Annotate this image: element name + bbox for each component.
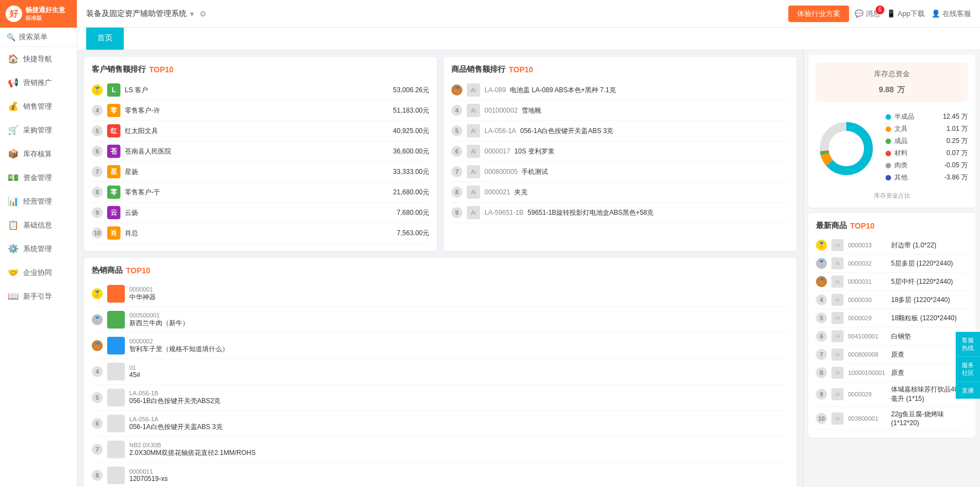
- rank-number: 8: [92, 187, 103, 198]
- product-image: Ai: [467, 83, 480, 97]
- float-btn-community[interactable]: 服务 社区: [956, 357, 980, 382]
- rankings-section: 客户销售额排行 TOP10 🥇 L LS 客户 53,006.26元 4 零: [84, 57, 797, 251]
- dropdown-icon[interactable]: ▾: [190, 9, 194, 18]
- product-image: Ai: [831, 312, 844, 324]
- list-item: 7 星 星扬 33,333.00元: [92, 162, 429, 182]
- sidebar-logo: 好 畅捷通好生意 标准版: [0, 0, 77, 28]
- customer-rank-list: 🥇 L LS 客户 53,006.26元 4 零 零售客户-许 51,183.0…: [92, 80, 429, 244]
- rank-number: 9: [92, 207, 103, 218]
- sidebar-item-operations[interactable]: 📊 经营管理: [0, 189, 77, 213]
- rank-number: 7: [816, 349, 827, 360]
- product-sales-title: 商品销售额排行 TOP10: [451, 65, 789, 75]
- message-action[interactable]: 💬 消息 6: [855, 9, 880, 19]
- list-item: 🥈 Ai 0000032 5层多层 (1220*2440): [816, 255, 968, 273]
- sidebar-item-finance[interactable]: 💵 资金管理: [0, 166, 77, 189]
- sidebar-item-guide[interactable]: 📖 新手引导: [0, 284, 77, 308]
- rank-number: 🥈: [816, 258, 827, 269]
- inventory-total: 库存总资金 9.88 万: [816, 62, 968, 102]
- product-image: Ai: [831, 239, 844, 251]
- hot-products-card: 热销商品 TOP10 🥇 0000001 中华神器 🥈: [84, 258, 797, 487]
- list-item: 8 0000011 12070519-xs: [92, 463, 789, 487]
- list-item: 🥉 Ai LA-089 电池盖 LA-089 ABS本色+黑种 7.1克: [451, 80, 789, 100]
- app-download-action[interactable]: 📱 App下载: [887, 9, 925, 19]
- product-image: Ai: [467, 206, 480, 219]
- rank-number: 8: [92, 470, 103, 481]
- settings-icon[interactable]: ⚙: [199, 9, 207, 18]
- rank-number: 5: [92, 125, 103, 136]
- product-image: [107, 337, 125, 354]
- legend-item: 文具 1.01 万: [886, 124, 968, 134]
- product-image: Ai: [831, 276, 844, 288]
- sales-icon: 💰: [8, 101, 19, 112]
- rank-number: 🥉: [451, 84, 462, 96]
- list-item: 9 Ai LA-59651-1B 59651-1B旋转投影灯电池盒ABS黑色+5…: [451, 203, 789, 223]
- content-main: 客户销售额排行 TOP10 🥇 L LS 客户 53,006.26元 4 零: [77, 50, 803, 487]
- online-service-action[interactable]: 👤 在线客服: [931, 9, 971, 19]
- latest-products-list: 🥇 Ai 0000033 封边带 (1.0*22) 🥈 Ai 0000032 5…: [816, 236, 968, 430]
- product-image: Ai: [831, 412, 844, 425]
- tab-home[interactable]: 首页: [86, 28, 124, 50]
- inventory-card: 库存总资金 9.88 万: [808, 55, 976, 208]
- sidebar: 好 畅捷通好生意 标准版 🔍 搜索菜单 🏠 快捷导航 📢 营销推广 💰 销售管理…: [0, 0, 77, 487]
- rank-number: 5: [92, 392, 103, 403]
- guide-icon: 📖: [8, 291, 19, 301]
- rank-number: 4: [816, 294, 827, 305]
- product-image: [107, 441, 125, 458]
- sidebar-item-cooperation[interactable]: 🤝 企业协同: [0, 261, 77, 284]
- trial-button[interactable]: 体验行业方案: [788, 6, 849, 22]
- finance-icon: 💵: [8, 172, 19, 183]
- rank-number: 6: [451, 146, 462, 157]
- product-image: [107, 363, 125, 380]
- product-image: [107, 389, 125, 406]
- float-buttons: 客服 热线 服务 社区 直播: [956, 332, 980, 399]
- rank-number: 4: [451, 105, 462, 116]
- sidebar-item-inventory[interactable]: 📦 库存核算: [0, 142, 77, 166]
- system-name: 装备及固定资产辅助管理系统: [86, 9, 187, 19]
- sidebar-item-marketing[interactable]: 📢 营销推广: [0, 71, 77, 94]
- topbar: 装备及固定资产辅助管理系统 ▾ ⚙ 体验行业方案 💬 消息 6 📱 App下载 …: [77, 0, 980, 28]
- avatar: 星: [107, 165, 120, 178]
- list-item: 4 零 零售客户-许 51,183.00元: [92, 100, 429, 121]
- list-item: 🥇 Ai 0000033 封边带 (1.0*22): [816, 236, 968, 255]
- rank-number: 7: [451, 166, 462, 177]
- marketing-icon: 📢: [8, 77, 19, 88]
- legend-dot: [886, 114, 891, 120]
- sidebar-item-basic[interactable]: 📋 基础信息: [0, 213, 77, 237]
- product-image: [107, 311, 125, 329]
- float-btn-service[interactable]: 客服 热线: [956, 332, 980, 357]
- cooperation-icon: 🤝: [8, 267, 19, 278]
- float-btn-live[interactable]: 直播: [956, 382, 980, 399]
- product-image: Ai: [831, 330, 844, 342]
- rank-number: 5: [816, 313, 827, 324]
- main-area: 装备及固定资产辅助管理系统 ▾ ⚙ 体验行业方案 💬 消息 6 📱 App下载 …: [77, 0, 980, 487]
- sidebar-nav: 🏠 快捷导航 📢 营销推广 💰 销售管理 🛒 采购管理 📦 库存核算 💵 资金管…: [0, 47, 77, 487]
- sidebar-item-purchase[interactable]: 🛒 采购管理: [0, 118, 77, 142]
- search-menu[interactable]: 🔍 搜索菜单: [0, 28, 77, 47]
- list-item: 5 Ai LA-056-1A 056-1A白色按键开关盖ABS 3克: [451, 121, 789, 141]
- logo-icon: 好: [6, 6, 22, 22]
- rank-number: 🥇: [92, 288, 103, 299]
- list-item: 8 零 零售客户-于 21,680.00元: [92, 182, 429, 203]
- product-image: Ai: [467, 124, 480, 137]
- product-image: Ai: [831, 367, 844, 379]
- sidebar-item-system[interactable]: ⚙️ 系统管理: [0, 237, 77, 261]
- sidebar-item-sales[interactable]: 💰 销售管理: [0, 94, 77, 118]
- rank-number: 🥉: [816, 276, 827, 287]
- list-item: 🥇 0000001 中华神器: [92, 281, 789, 307]
- list-item: 5 LA-056-1B 056-1B白色按键开关壳ABS2克: [92, 385, 789, 411]
- legend-item: 半成品 12.45 万: [886, 112, 968, 121]
- system-icon: ⚙️: [8, 244, 19, 254]
- avatar: 红: [107, 124, 120, 137]
- rank-number: 8: [451, 187, 462, 198]
- rank-number: 🥇: [816, 240, 827, 251]
- list-item: 7 Ai 000800008 原查: [816, 346, 968, 364]
- purchase-icon: 🛒: [8, 125, 19, 135]
- rank-number: 7: [92, 166, 103, 177]
- sidebar-item-quicknav[interactable]: 🏠 快捷导航: [0, 47, 77, 71]
- rank-number: 🥉: [92, 340, 103, 351]
- product-sales-ranking-card: 商品销售额排行 TOP10 🥉 Ai LA-089 电池盖 LA-089 ABS…: [444, 57, 797, 251]
- list-item: 8 Ai 10000100001 原查: [816, 364, 968, 382]
- page-tabs: 首页: [77, 28, 980, 50]
- list-item: 9 Ai 0000028 体城嘉枝味苏打饮品400毫升 (1*15): [816, 382, 968, 407]
- rank-number: 🥇: [92, 84, 103, 96]
